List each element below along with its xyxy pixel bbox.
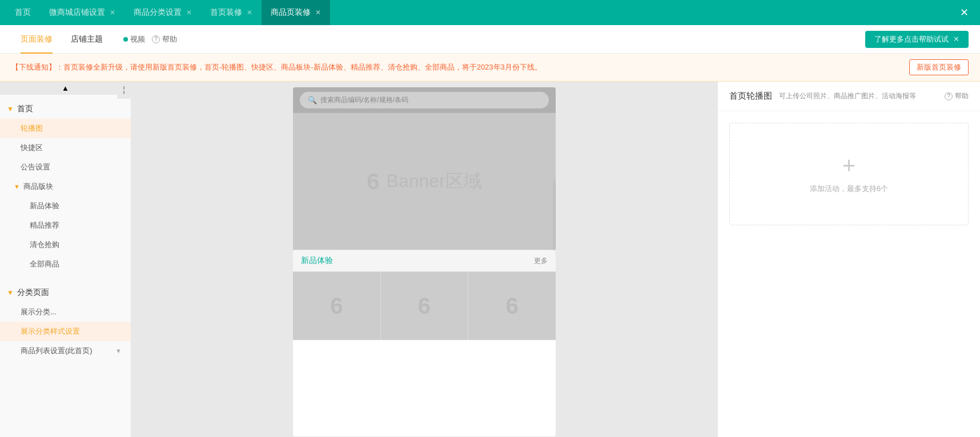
dot-icon [123,37,128,42]
close-tab-product-decor[interactable]: ✕ [315,9,321,17]
notice-bar: 【下线通知】：首页装修全新升级，请使用新版首页装修，首页-轮播图、快捷区、商品板… [0,54,980,82]
right-help-link[interactable]: ? 帮助 [945,91,969,101]
section-header: 新品体验 更多 [293,250,556,272]
banner-logo: 6 Banner区域 [367,169,481,195]
scroll-up-button[interactable]: ▲ [0,82,131,95]
product-search[interactable]: 🔍 搜索商品编码/名称/规格/条码 [300,92,549,108]
product-icon-1: 6 [330,293,343,319]
sidebar-item-all-products[interactable]: 全部商品 [0,254,131,274]
category-tree-section: ▼ 分类页面 展示分类... 展示分类样式设置 商品列表设置(此首页) ▼ [0,278,131,365]
sidebar-item-notice[interactable]: 公告设置 [0,157,131,177]
section-title: 新品体验 [301,256,333,266]
nav-tab-page-decor[interactable]: 页面装修 [11,25,62,54]
search-icon: 🔍 [308,96,317,104]
tab-home[interactable]: 首页 [6,0,40,25]
product-icon-3: 6 [506,293,519,319]
product-block-arrow-icon: ▼ [14,183,20,190]
sidebar-item-home[interactable]: ▼ 首页 [0,99,131,119]
home-arrow-icon: ▼ [7,105,14,113]
help-link[interactable]: ? 帮助 [152,34,177,44]
product-list-arrow-icon: ▼ [115,347,122,354]
phone-search-bar: 🔍 搜索商品编码/名称/规格/条码 [293,87,556,113]
tab-category-settings[interactable]: 商品分类设置 ✕ [124,0,201,25]
products-grid: 6 6 6 [293,272,556,340]
main-layout: ▲ ▼ 首页 轮播图 快捷区 公告设置 ▼ 商品版块 新品体验 [0,82,980,437]
sidebar-item-featured[interactable]: 精品推荐 [0,216,131,235]
question-icon: ? [152,35,160,43]
tab-home-decor[interactable]: 首页装修 ✕ [201,0,262,25]
close-tab-store[interactable]: ✕ [110,9,115,17]
product-cell-3: 6 [468,272,556,340]
add-icon: + [842,154,856,177]
sidebar-item-new-experience[interactable]: 新品体验 [0,196,131,216]
tab-bar: 首页 微商城店铺设置 ✕ 商品分类设置 ✕ 首页装修 ✕ 商品页装修 ✕ ✕ [0,0,980,25]
banner-b-icon: 6 [367,169,379,195]
close-tab-category[interactable]: ✕ [186,9,192,17]
preview-area: 🔍 搜索商品编码/名称/规格/条码 6 Banner区域 [131,82,717,437]
secondary-nav: 页面装修 店铺主题 了解更多点击帮助试试 ✕ 视频 ? 帮助 [0,25,980,54]
sidebar-collapse-button[interactable] [117,82,131,99]
upload-area[interactable]: + 添加活动，最多支持6个 [729,123,969,225]
video-link[interactable]: 视频 [123,34,145,44]
category-arrow-icon: ▼ [7,289,14,297]
sidebar-item-carousel[interactable]: 轮播图 [0,119,131,138]
product-cell-1: 6 [293,272,380,340]
new-home-decor-button[interactable]: 新版首页装修 [909,59,969,75]
right-panel-title: 首页轮播图 [729,91,772,102]
upload-label: 添加活动，最多支持6个 [810,184,888,194]
banner-area[interactable]: 6 Banner区域 [293,113,556,250]
tab-product-decor[interactable]: 商品页装修 ✕ [262,0,330,25]
home-tree-section: ▼ 首页 轮播图 快捷区 公告设置 ▼ 商品版块 新品体验 精品推荐 [0,95,131,278]
sidebar-item-show-category[interactable]: 展示分类... [0,302,131,322]
help-banner: 了解更多点击帮助试试 ✕ [865,31,969,48]
notice-text: 【下线通知】：首页装修全新升级，请使用新版首页装修，首页-轮播图、快捷区、商品板… [11,62,909,72]
sidebar-item-product-block[interactable]: ▼ 商品版块 [0,177,131,196]
close-tab-home-decor[interactable]: ✕ [247,9,252,17]
close-all-tabs[interactable]: ✕ [954,6,974,19]
product-icon-2: 6 [418,293,431,319]
product-cell-2: 6 [381,272,468,340]
sidebar-item-category-page[interactable]: ▼ 分类页面 [0,283,131,302]
nav-tab-store-theme[interactable]: 店铺主题 [62,25,112,54]
right-panel: 首页轮播图 可上传公司照片、商品推广图片、活动海报等 ? 帮助 + 添加活动，最… [717,82,980,437]
right-panel-subtitle: 可上传公司照片、商品推广图片、活动海报等 [779,91,916,101]
phone-frame: 🔍 搜索商品编码/名称/规格/条码 6 Banner区域 [293,87,556,436]
close-help-banner[interactable]: ✕ [953,35,959,43]
right-panel-header: 首页轮播图 可上传公司照片、商品推广图片、活动海报等 ? 帮助 [718,82,980,111]
question-circle-icon: ? [945,92,953,100]
sidebar: ▲ ▼ 首页 轮播图 快捷区 公告设置 ▼ 商品版块 新品体验 [0,82,131,437]
sidebar-item-shortcut[interactable]: 快捷区 [0,138,131,157]
tab-store-settings[interactable]: 微商城店铺设置 ✕ [40,0,124,25]
sidebar-item-product-list[interactable]: 商品列表设置(此首页) ▼ [0,341,131,361]
section-more: 更多 [534,256,548,266]
sidebar-item-clearance[interactable]: 清仓抢购 [0,235,131,254]
sidebar-item-category-style[interactable]: 展示分类样式设置 [0,322,131,341]
